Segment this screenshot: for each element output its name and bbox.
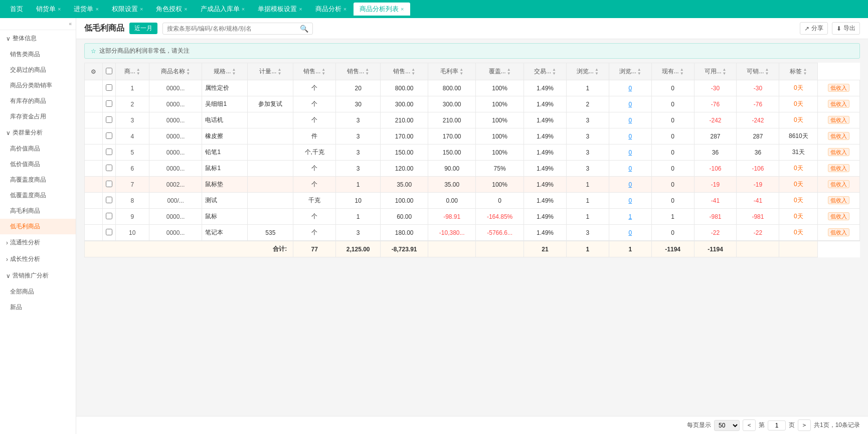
row-select-checkbox[interactable] [106,84,112,91]
row-checkbox[interactable] [102,96,115,112]
page-size-select[interactable]: 50 10 20 100 [714,420,740,431]
sidebar-item-traded-goods[interactable]: 交易过的商品 [0,62,76,78]
row-views1[interactable]: 0 [609,80,651,96]
next-page-button[interactable]: ＞ [798,419,811,431]
sidebar-group-cluster[interactable]: ∨ 类群量分析 [0,124,76,141]
row-checkbox[interactable] [102,80,115,96]
th-coverage[interactable]: 覆盖...▲▼ [476,63,524,80]
row-views1[interactable]: 0 [609,112,651,128]
th-code[interactable]: 商...▲▼ [115,63,149,80]
row-select-checkbox[interactable] [106,229,112,235]
nav-item-purchase[interactable]: 进货单 × [68,3,104,16]
search-input[interactable] [167,25,300,32]
th-tag[interactable]: 标签▲▼ [779,63,818,80]
nav-close-template[interactable]: × [299,6,302,12]
row-select-checkbox[interactable] [106,197,112,203]
sidebar-item-low-value[interactable]: 低价值商品 [0,157,76,172]
select-all-checkbox[interactable] [106,68,112,74]
row-select-checkbox[interactable] [106,132,112,139]
th-stock-available[interactable]: 可用...▲▼ [694,63,737,80]
sidebar-item-capital[interactable]: 库存资金占用 [0,109,76,124]
row-views1[interactable]: 1 [609,209,651,225]
nav-item-analysis-list[interactable]: 商品分析列表 × [354,3,410,16]
share-button[interactable]: ↗ 分享 [800,22,828,35]
sidebar-item-sales-goods[interactable]: 销售类商品 [0,47,76,62]
prev-page-button[interactable]: ＜ [743,419,756,431]
nav-close-purchase[interactable]: × [95,6,98,12]
row-checkbox[interactable] [102,193,115,209]
sidebar-item-high-coverage[interactable]: 高覆盖度商品 [0,172,76,188]
date-filter-button[interactable]: 近一月 [129,23,157,34]
nav-item-product[interactable]: 产成品入库单 × [195,3,251,16]
th-settings[interactable]: ⚙ [85,63,103,80]
th-unit[interactable]: 计量...▲▼ [248,63,293,80]
nav-item-home[interactable]: 首页 [4,3,29,16]
row-views2: 1 [651,209,694,225]
nav-close-analysis-list[interactable]: × [401,6,404,12]
nav-item-role[interactable]: 角色授权 × [150,3,193,16]
th-stock-sellable[interactable]: 可销...▲▼ [737,63,779,80]
row-settings [85,177,103,193]
nav-item-permission[interactable]: 权限设置 × [106,3,149,16]
sidebar-item-all-goods[interactable]: 全部商品 [0,284,76,300]
nav-item-template[interactable]: 单据模板设置 × [252,3,308,16]
th-views1[interactable]: 浏览...▲▼ [566,63,609,80]
sidebar-item-new-goods[interactable]: 新品 [0,300,76,315]
row-select-checkbox[interactable] [106,116,112,123]
th-sales-amount[interactable]: 销售...▲▼ [381,63,428,80]
sidebar-item-low-margin[interactable]: 低毛利商品 [0,219,76,234]
row-select-checkbox[interactable] [106,181,112,187]
sidebar-group-overall[interactable]: ∨ 整体信息 [0,30,76,47]
nav-close-sales[interactable]: × [58,6,61,12]
row-select-checkbox[interactable] [106,100,112,107]
th-sales-qty[interactable]: 销售...▲▼ [293,63,336,80]
th-transactions[interactable]: 交易...▲▼ [524,63,567,80]
page-number-input[interactable] [768,420,786,430]
row-select-checkbox[interactable] [106,213,112,219]
nav-item-analysis[interactable]: 商品分析 × [309,3,353,16]
th-sales-price[interactable]: 销售...▲▼ [336,63,381,80]
row-views1[interactable]: 0 [609,193,651,209]
row-checkbox[interactable] [102,144,115,161]
th-stock-current[interactable]: 现有...▲▼ [651,63,694,80]
sidebar-item-high-margin[interactable]: 高毛利商品 [0,203,76,219]
sidebar-group-circulation[interactable]: › 流通性分析 [0,234,76,251]
search-icon[interactable]: 🔍 [300,25,308,33]
th-spec[interactable]: 规格...▲▼ [202,63,248,80]
sidebar-group-marketing[interactable]: ∨ 营销推广分析 [0,267,76,284]
sidebar-collapse-btn[interactable]: « [69,21,72,27]
row-checkbox[interactable] [102,177,115,193]
row-views1[interactable]: 0 [609,161,651,177]
row-gross-margin: 100% [476,112,524,128]
row-checkbox[interactable] [102,112,115,128]
th-views2[interactable]: 浏览...▲▼ [609,63,651,80]
row-checkbox[interactable] [102,225,115,241]
sidebar-item-high-value[interactable]: 高价值商品 [0,141,76,157]
row-views1[interactable]: 0 [609,128,651,144]
nav-close-role[interactable]: × [184,6,187,12]
row-gross-margin: 100% [476,96,524,112]
export-button[interactable]: ⬇ 导出 [832,22,860,35]
row-checkbox[interactable] [102,128,115,144]
sidebar-item-category-rate[interactable]: 商品分类助销率 [0,78,76,93]
sidebar-item-stocked-goods[interactable]: 有库存的商品 [0,93,76,109]
nav-close-permission[interactable]: × [140,6,143,12]
sidebar-group-growth[interactable]: › 成长性分析 [0,251,76,267]
th-checkbox[interactable] [102,63,115,80]
row-views1[interactable]: 0 [609,225,651,241]
row-views1[interactable]: 0 [609,144,651,161]
tag-badge: 低收入 [828,132,849,140]
nav-close-product[interactable]: × [242,6,245,12]
nav-close-analysis[interactable]: × [343,6,346,12]
row-select-checkbox[interactable] [106,165,112,171]
row-settings [85,193,103,209]
row-checkbox[interactable] [102,161,115,177]
th-name[interactable]: 商品名称▲▼ [149,63,202,80]
nav-item-sales[interactable]: 销货单 × [30,3,67,16]
th-gross-margin[interactable]: 毛利率▲▼ [428,63,476,80]
row-views1[interactable]: 0 [609,177,651,193]
row-views1[interactable]: 0 [609,96,651,112]
row-checkbox[interactable] [102,209,115,225]
sidebar-item-low-coverage[interactable]: 低覆盖度商品 [0,188,76,203]
row-select-checkbox[interactable] [106,149,112,155]
